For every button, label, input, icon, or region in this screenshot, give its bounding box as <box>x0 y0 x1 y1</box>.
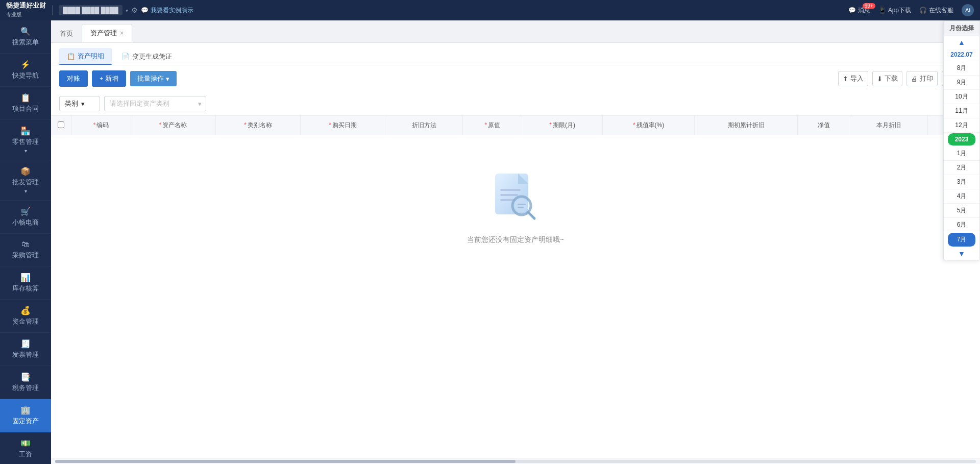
finance-icon: 💰 <box>20 306 31 315</box>
month-item-current[interactable]: 2022.07 <box>944 48 979 61</box>
download-icon: ⬇ <box>877 75 883 83</box>
sidebar-item-tax[interactable]: 📑 税务管理 <box>0 366 51 399</box>
main-layout: 🔍 搜索菜单 ⚡ 快捷导航 📋 项目合同 🏪 零售管理 ▾ 📦 批发管理 ▾ 🛒… <box>0 20 980 464</box>
col-period: *期限(月) <box>522 116 603 135</box>
sidebar-item-project[interactable]: 📋 项目合同 <box>0 87 51 120</box>
category-filter-type[interactable]: 类别 ▾ <box>59 96 100 111</box>
batch-chevron-icon: ▾ <box>166 75 169 83</box>
add-button[interactable]: + 新增 <box>92 70 126 87</box>
col-residual-rate: *残值率(%) <box>603 116 695 135</box>
sidebar-label-finance: 资金管理 <box>12 317 39 326</box>
tab-bar: 首页 资产管理 × <box>51 20 980 43</box>
company-chevron-icon[interactable]: ▾ <box>126 8 128 13</box>
category-chevron-icon: ▾ <box>198 100 202 108</box>
toolbar: 对账 + 新增 批量操作 ▾ ⬆ 导入 ⬇ 下载 <box>51 65 980 92</box>
month-item-12[interactable]: 12月 <box>944 118 979 133</box>
scroll-thumb[interactable] <box>55 460 516 463</box>
retail-icon: 🏪 <box>20 126 31 136</box>
project-icon: 📋 <box>20 93 31 103</box>
message-badge: 99+ <box>863 3 875 9</box>
message-button[interactable]: 💬 消息 99+ <box>848 6 870 15</box>
download-button[interactable]: ⬇ 下载 <box>872 71 902 86</box>
svg-rect-3 <box>500 194 518 196</box>
batch-button[interactable]: 批量操作 ▾ <box>130 71 177 86</box>
tab-asset-management[interactable]: 资产管理 × <box>82 24 132 42</box>
salary-icon: 💵 <box>20 438 31 448</box>
bottom-scrollbar[interactable] <box>51 458 980 464</box>
import-button[interactable]: ⬆ 导入 <box>838 71 868 86</box>
sidebar-label-invoice: 发票管理 <box>12 350 39 359</box>
invoice-icon: 🧾 <box>20 339 31 349</box>
sidebar-item-search[interactable]: 🔍 搜索菜单 <box>0 20 51 54</box>
month-item-8[interactable]: 8月 <box>944 61 979 76</box>
sidebar-label-wholesale: 批发管理 <box>12 178 39 187</box>
demo-link[interactable]: 💬 我要看实例演示 <box>141 6 193 15</box>
svg-point-6 <box>515 199 528 212</box>
empty-illustration <box>485 166 546 227</box>
svg-rect-8 <box>518 204 526 205</box>
col-original-value: *原值 <box>463 116 522 135</box>
col-monthly-depreciation: 本月折旧 <box>850 116 927 135</box>
wholesale-arrow-icon: ▾ <box>24 188 27 194</box>
search-icon: 🔍 <box>20 27 31 36</box>
tab-home[interactable]: 首页 <box>51 24 82 42</box>
company-selector[interactable]: ████ ████ ████ <box>59 5 122 15</box>
sidebar-item-invoice[interactable]: 🧾 发票管理 <box>0 333 51 366</box>
month-item-2023-7[interactable]: 7月 <box>948 233 975 247</box>
sidebar-label-purchase: 采购管理 <box>12 251 39 260</box>
filter-row: 类别 ▾ 请选择固定资产类别 ▾ <box>51 92 980 116</box>
sidebar-item-inventory[interactable]: 📊 库存核算 <box>0 266 51 300</box>
purchase-icon: 🛍 <box>21 240 30 249</box>
tab-close-icon[interactable]: × <box>120 30 124 37</box>
month-item-10[interactable]: 10月 <box>944 90 979 104</box>
quicknav-icon: ⚡ <box>20 60 31 69</box>
month-item-2023-5[interactable]: 5月 <box>944 204 979 218</box>
print-icon: 🖨 <box>911 75 918 83</box>
sidebar-item-finance[interactable]: 💰 资金管理 <box>0 300 51 333</box>
col-category: *类别名称 <box>215 116 300 135</box>
sidebar-label-project: 项目合同 <box>12 104 39 113</box>
month-nav-down[interactable]: ▼ <box>944 248 979 260</box>
category-select-input[interactable]: 请选择固定资产类别 ▾ <box>104 96 206 111</box>
app-download-button[interactable]: 📱 App下载 <box>878 6 911 15</box>
sidebar-item-asset[interactable]: 🏢 固定资产 <box>0 399 51 432</box>
service-icon: 🎧 <box>919 7 927 14</box>
select-all-checkbox[interactable] <box>58 121 64 128</box>
month-item-2023-6[interactable]: 6月 <box>944 218 979 232</box>
month-nav-up[interactable]: ▲ <box>944 36 979 48</box>
sidebar-item-wholesale[interactable]: 📦 批发管理 ▾ <box>0 160 51 201</box>
content-area: 首页 资产管理 × 📋 资产明细 📄 变更生成凭证 <box>51 20 980 464</box>
month-item-2023-4[interactable]: 4月 <box>944 189 979 204</box>
sidebar-item-purchase[interactable]: 🛍 采购管理 <box>0 234 51 266</box>
empty-state: 当前您还没有固定资产明细哦~ <box>51 135 980 275</box>
month-panel-header: 月份选择 <box>944 21 979 36</box>
settings-icon[interactable]: ⚙ <box>131 6 138 14</box>
service-button[interactable]: 🎧 在线客服 <box>919 6 953 15</box>
sidebar-label-asset: 固定资产 <box>12 417 39 426</box>
reconcile-button[interactable]: 对账 <box>59 70 88 87</box>
col-net-value: 净值 <box>798 116 850 135</box>
month-item-2023-3[interactable]: 3月 <box>944 175 979 189</box>
sub-tab-change-voucher[interactable]: 📄 变更生成凭证 <box>114 48 180 65</box>
user-avatar[interactable]: Ai <box>962 4 974 16</box>
retail-arrow-icon: ▾ <box>24 148 27 154</box>
print-button[interactable]: 🖨 打印 <box>906 71 938 86</box>
year-2023-badge[interactable]: 2023 <box>948 133 975 146</box>
message-icon: 💬 <box>848 7 856 14</box>
sidebar-item-salary[interactable]: 💵 工资 <box>0 432 51 464</box>
empty-state-cell: 当前您还没有固定资产明细哦~ <box>51 135 980 276</box>
month-item-11[interactable]: 11月 <box>944 104 979 118</box>
month-item-2023-2[interactable]: 2月 <box>944 161 979 175</box>
sidebar-label-salary: 工资 <box>19 450 32 459</box>
svg-line-7 <box>528 212 534 218</box>
sidebar-item-quicknav[interactable]: ⚡ 快捷导航 <box>0 54 51 87</box>
sub-tab-asset-detail[interactable]: 📋 资产明细 <box>59 48 112 65</box>
empty-text: 当前您还没有固定资产明细哦~ <box>467 235 564 245</box>
sidebar-item-retail[interactable]: 🏪 零售管理 ▾ <box>0 120 51 160</box>
sidebar-label-retail: 零售管理 <box>12 137 39 146</box>
month-item-2023-1[interactable]: 1月 <box>944 146 979 161</box>
sidebar: 🔍 搜索菜单 ⚡ 快捷导航 📋 项目合同 🏪 零售管理 ▾ 📦 批发管理 ▾ 🛒… <box>0 20 51 464</box>
sidebar-item-ecom[interactable]: 🛒 小畅电商 <box>0 201 51 234</box>
sub-tab-bar: 📋 资产明细 📄 变更生成凭证 <box>51 43 980 65</box>
month-item-9[interactable]: 9月 <box>944 76 979 90</box>
